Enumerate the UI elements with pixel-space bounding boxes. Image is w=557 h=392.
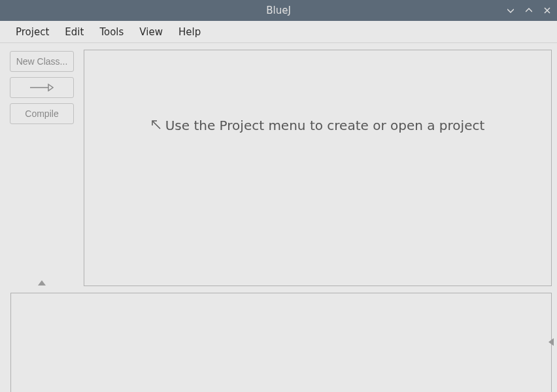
close-icon[interactable] — [541, 5, 553, 16]
svg-line-1 — [153, 122, 160, 129]
new-class-button[interactable]: New Class... — [10, 51, 74, 72]
menubar: Project Edit Tools View Help — [0, 21, 557, 43]
main-area: New Class... Compile Use the Project men… — [0, 43, 557, 293]
compile-button[interactable]: Compile — [10, 103, 74, 124]
menu-tools[interactable]: Tools — [92, 22, 131, 42]
minimize-icon[interactable] — [505, 5, 516, 16]
window-title: BlueJ — [266, 5, 291, 16]
menu-edit[interactable]: Edit — [57, 22, 92, 42]
window-controls — [505, 0, 553, 21]
titlebar: BlueJ — [0, 0, 557, 21]
menu-help[interactable]: Help — [171, 22, 209, 42]
class-diagram-canvas[interactable]: Use the Project menu to create or open a… — [84, 50, 552, 286]
inheritance-arrow-button[interactable] — [10, 77, 74, 98]
canvas-hint-text: Use the Project menu to create or open a… — [165, 118, 485, 133]
menu-view[interactable]: View — [131, 22, 171, 42]
menu-project[interactable]: Project — [8, 22, 57, 42]
arrow-upleft-icon — [151, 118, 161, 133]
object-bench[interactable] — [10, 293, 552, 392]
canvas-hint: Use the Project menu to create or open a… — [151, 118, 485, 133]
sidebar-expand-icon[interactable] — [38, 279, 46, 287]
maximize-icon[interactable] — [523, 5, 535, 16]
collapse-object-bench-icon[interactable] — [549, 338, 554, 348]
sidebar: New Class... Compile — [0, 43, 84, 293]
